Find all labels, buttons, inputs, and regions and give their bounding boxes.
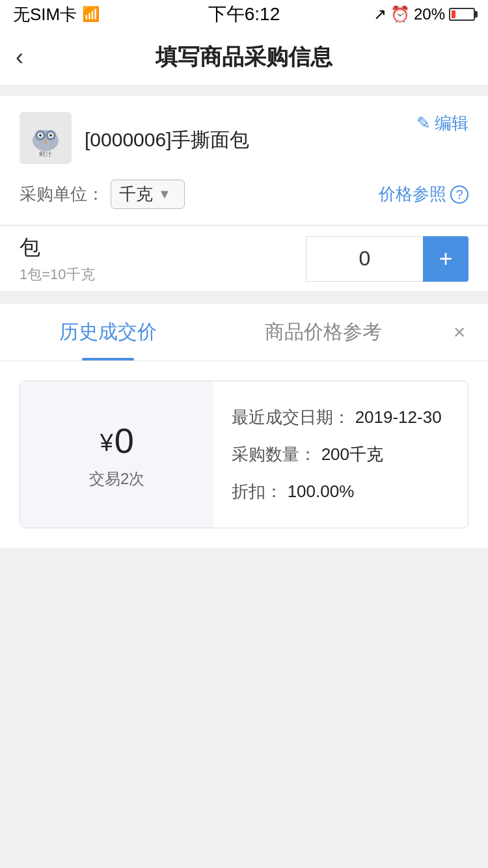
- back-button[interactable]: ‹: [16, 46, 23, 69]
- close-icon: ×: [454, 320, 466, 344]
- tab-history-label: 历史成交价: [59, 319, 157, 346]
- quantity-plus-button[interactable]: +: [423, 236, 468, 282]
- product-name: [0000006]手撕面包: [85, 127, 249, 154]
- svg-point-6: [49, 134, 52, 137]
- product-header: 鲜汁 [0000006]手撕面包 ✎ 编辑: [20, 112, 468, 164]
- history-card: ¥0 交易2次 最近成交日期： 2019-12-30 采购数量： 200千克 折…: [20, 381, 468, 528]
- price-ref-label: 价格参照: [379, 183, 446, 206]
- wifi-icon: 📶: [82, 6, 100, 23]
- edit-icon: ✎: [416, 113, 431, 133]
- chevron-down-icon: ▼: [158, 187, 171, 202]
- nav-bar: ‹ 填写商品采购信息: [0, 29, 488, 86]
- battery-percent: 20%: [414, 5, 445, 23]
- history-card-right: 最近成交日期： 2019-12-30 采购数量： 200千克 折扣： 100.0…: [213, 381, 468, 528]
- quantity-input[interactable]: [306, 236, 423, 282]
- price-reference-link[interactable]: 价格参照 ?: [379, 183, 468, 206]
- product-section: 鲜汁 [0000006]手撕面包 ✎ 编辑 采购单位： 千克 ▼ 价格参照 ?: [0, 96, 488, 224]
- location-icon: ↗: [373, 5, 386, 23]
- status-bar: 无SIM卡 📶 下午6:12 ↗ ⏰ 20%: [0, 0, 488, 29]
- svg-text:鲜汁: 鲜汁: [39, 150, 52, 157]
- tab-price-ref-label: 商品价格参考: [265, 319, 382, 346]
- quantity-label-container: 包 1包=10千克: [20, 234, 95, 284]
- history-price: ¥0: [100, 420, 134, 461]
- quantity-section: 包 1包=10千克 +: [0, 226, 488, 291]
- unit-value: 千克: [119, 183, 153, 206]
- alarm-icon: ⏰: [390, 5, 410, 23]
- history-content: ¥0 交易2次 最近成交日期： 2019-12-30 采购数量： 200千克 折…: [0, 361, 488, 548]
- tab-history-price[interactable]: 历史成交价: [0, 304, 215, 360]
- unit-label: 采购单位：: [20, 183, 104, 206]
- plus-icon: +: [439, 247, 452, 271]
- tabs-section: 历史成交价 商品价格参考 × ¥0 交易2次 最近成交日期： 2019-12-3…: [0, 304, 488, 548]
- edit-label: 编辑: [435, 112, 468, 135]
- quantity-unit: 包: [20, 234, 95, 262]
- discount-value: 100.00%: [288, 481, 355, 501]
- status-right-icons: ↗ ⏰ 20%: [373, 5, 475, 23]
- quantity-input-container: +: [306, 236, 468, 282]
- history-discount-row: 折扣： 100.00%: [232, 479, 450, 504]
- status-carrier: 无SIM卡 📶: [13, 3, 100, 26]
- history-trade-count: 交易2次: [89, 468, 144, 489]
- carrier-text: 无SIM卡: [13, 3, 77, 26]
- battery-icon: [449, 8, 475, 21]
- unit-select[interactable]: 千克 ▼: [111, 180, 185, 209]
- page-title: 填写商品采购信息: [156, 42, 332, 72]
- product-unit-row: 采购单位： 千克 ▼ 价格参照 ?: [20, 180, 468, 209]
- purchase-qty-label: 采购数量：: [232, 444, 316, 464]
- recent-date-label: 最近成交日期：: [232, 407, 350, 427]
- quantity-conversion: 1包=10千克: [20, 265, 95, 284]
- purchase-qty-value: 200千克: [321, 444, 383, 464]
- history-price-value: 0: [115, 421, 134, 460]
- edit-link[interactable]: ✎ 编辑: [416, 112, 468, 135]
- history-purchase-qty-row: 采购数量： 200千克: [232, 442, 450, 467]
- tab-price-reference[interactable]: 商品价格参考: [215, 304, 431, 360]
- product-info: 鲜汁 [0000006]手撕面包: [20, 112, 249, 164]
- history-card-left: ¥0 交易2次: [20, 381, 213, 528]
- recent-date-value: 2019-12-30: [355, 407, 442, 427]
- history-recent-date-row: 最近成交日期： 2019-12-30: [232, 405, 450, 430]
- tabs-header: 历史成交价 商品价格参考 ×: [0, 304, 488, 361]
- discount-label: 折扣：: [232, 481, 282, 501]
- product-thumbnail: 鲜汁: [20, 112, 72, 164]
- svg-point-5: [39, 134, 42, 137]
- help-icon[interactable]: ?: [450, 185, 468, 204]
- product-logo: 鲜汁: [26, 118, 65, 157]
- tab-close-button[interactable]: ×: [431, 304, 488, 361]
- main-content: [0, 548, 488, 868]
- currency-symbol: ¥: [100, 429, 113, 456]
- status-time: 下午6:12: [208, 2, 280, 27]
